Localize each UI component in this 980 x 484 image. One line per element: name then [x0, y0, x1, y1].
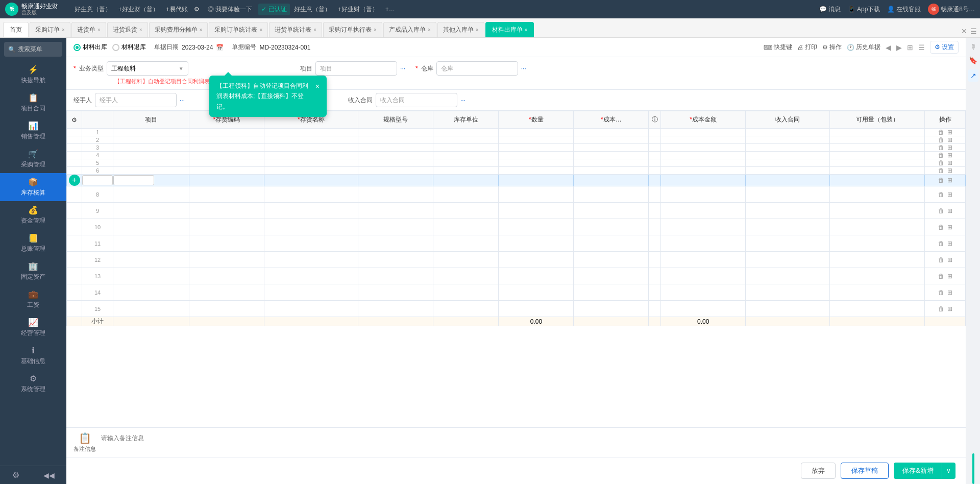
rq-8[interactable] [499, 186, 574, 203]
row-contract-1[interactable] [745, 129, 829, 136]
tooltip-close-btn[interactable]: × [315, 81, 320, 93]
row-project-3[interactable] [113, 144, 189, 152]
copy-row-6[interactable]: ⊞ [947, 167, 952, 174]
rct-9[interactable] [745, 203, 829, 219]
row-code-6[interactable] [189, 167, 264, 175]
rct-14[interactable] [745, 284, 829, 301]
sidebar-item-finance[interactable]: 💰 资金管理 [0, 201, 66, 229]
rv-13[interactable] [830, 268, 925, 284]
sidebar-item-sales[interactable]: 📊 销售管理 [0, 117, 66, 145]
row-unit-5[interactable] [433, 159, 499, 167]
tab-purchase-order[interactable]: 采购订单 × [30, 22, 70, 37]
copy-row-5[interactable]: ⊞ [947, 159, 952, 166]
rct-11[interactable] [745, 235, 829, 252]
ra-10[interactable] [661, 219, 745, 235]
tab-other-in[interactable]: 其他入库单 × [437, 22, 484, 37]
tab-purchase-stat-close[interactable]: × [259, 27, 262, 33]
tab-incoming-stat[interactable]: 进货单统计表 × [269, 22, 322, 37]
tab-material-out[interactable]: 材料出库单 × [485, 22, 534, 37]
sidebar-item-payroll[interactable]: 💼 工资 [0, 285, 66, 313]
topnav-item-2[interactable]: +好业财（普） [115, 4, 162, 15]
row-code-1[interactable] [189, 129, 264, 136]
del-8[interactable]: 🗑 [938, 191, 944, 198]
ra-14[interactable] [661, 284, 745, 301]
rco-12[interactable] [574, 252, 649, 268]
dup-9[interactable]: ⊞ [947, 207, 952, 214]
rct-15[interactable] [745, 301, 829, 317]
rp-10[interactable] [113, 219, 189, 235]
right-panel-link-icon[interactable]: ↗ [968, 69, 978, 82]
row-contract-5[interactable] [745, 159, 829, 167]
rco-14[interactable] [574, 284, 649, 301]
row-code-7[interactable] [264, 175, 358, 186]
rc-15[interactable] [189, 301, 264, 317]
delete-row-1[interactable]: 🗑 [938, 129, 944, 136]
warehouse-more-btn[interactable]: ··· [521, 65, 526, 72]
row-name-1[interactable] [264, 129, 358, 136]
dup-13[interactable]: ⊞ [947, 273, 952, 280]
ru-10[interactable] [433, 219, 499, 235]
discard-button[interactable]: 放弃 [801, 463, 836, 479]
rn-12[interactable] [264, 252, 358, 268]
del-9[interactable]: 🗑 [938, 207, 944, 214]
rp-9[interactable] [113, 203, 189, 219]
row-qty-4[interactable] [499, 152, 574, 159]
row-name-6[interactable] [264, 167, 358, 175]
settings-btn[interactable]: ⚙ 设置 [930, 41, 959, 54]
tab-purchase-stat[interactable]: 采购订单统计表 × [209, 22, 268, 37]
income-contract-more-btn[interactable]: ··· [460, 96, 465, 104]
rc-14[interactable] [189, 284, 264, 301]
tab-home[interactable]: 首页 [3, 22, 29, 37]
sidebar-item-inventory[interactable]: 📦 库存核算 [0, 173, 66, 201]
sidebar-item-management[interactable]: 📈 经营管理 [0, 313, 66, 342]
tab-return-close[interactable]: × [139, 27, 142, 33]
rn-14[interactable] [264, 284, 358, 301]
row-name-4[interactable] [264, 152, 358, 159]
row-spec-2[interactable] [358, 136, 433, 144]
del-10[interactable]: 🗑 [938, 224, 944, 231]
settings-bottom-icon[interactable]: ⚙ [12, 470, 19, 480]
row-spec-3[interactable] [358, 144, 433, 152]
next-btn[interactable]: ▶ [896, 43, 902, 52]
delete-row-7[interactable]: 🗑 [938, 177, 944, 184]
rn-11[interactable] [264, 235, 358, 252]
row-project-6[interactable] [113, 167, 189, 175]
del-15[interactable]: 🗑 [938, 305, 944, 312]
topnav-item-8[interactable]: +… [382, 4, 398, 14]
topnav-item-1[interactable]: 好生意（普） [71, 4, 114, 15]
tab-incoming-stat-close[interactable]: × [313, 27, 316, 33]
ru-13[interactable] [433, 268, 499, 284]
row-qty-7[interactable] [499, 175, 574, 186]
rv-10[interactable] [830, 219, 925, 235]
row-code-5[interactable] [189, 159, 264, 167]
rct-10[interactable] [745, 219, 829, 235]
tab-exec-close[interactable]: × [374, 27, 377, 33]
rc-8[interactable] [189, 186, 264, 203]
rp-12[interactable] [113, 252, 189, 268]
delete-row-2[interactable]: 🗑 [938, 136, 944, 143]
rct-12[interactable] [745, 252, 829, 268]
history-btn[interactable]: 🕐 历史单据 [847, 43, 880, 52]
rp-14[interactable] [113, 284, 189, 301]
rn-8[interactable] [264, 186, 358, 203]
tab-incoming[interactable]: 进货单 × [71, 22, 106, 37]
row-amount-6[interactable] [661, 167, 745, 175]
row-amount-4[interactable] [661, 152, 745, 159]
ra-9[interactable] [661, 203, 745, 219]
ra-8[interactable] [661, 186, 745, 203]
prev-btn[interactable]: ◀ [886, 43, 891, 52]
sidebar-item-assets[interactable]: 🏢 固定资产 [0, 257, 66, 285]
rspec-14[interactable] [358, 284, 433, 301]
row-input-field-7b[interactable] [113, 175, 154, 185]
row-code-4[interactable] [189, 152, 264, 159]
row-project-5[interactable] [113, 159, 189, 167]
row-cost-7[interactable] [574, 175, 649, 186]
add-row-btn[interactable]: + [69, 175, 80, 186]
rq-15[interactable] [499, 301, 574, 317]
dup-12[interactable]: ⊞ [947, 256, 952, 263]
radio-material-return[interactable]: 材料退库 [112, 43, 146, 52]
row-available-6[interactable] [830, 167, 925, 175]
rp-15[interactable] [113, 301, 189, 317]
warehouse-input[interactable]: 仓库 [436, 61, 518, 76]
grid-view-btn[interactable]: ⊞ [907, 43, 913, 52]
